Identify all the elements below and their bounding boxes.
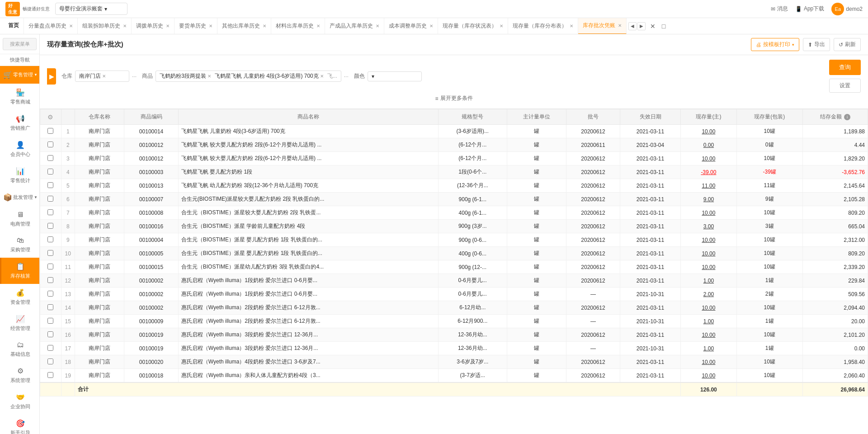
row-checkbox[interactable] [40, 328, 61, 342]
row-checkbox[interactable] [40, 301, 61, 315]
tab-other-out-close[interactable]: ✕ [263, 24, 266, 28]
row-checkbox[interactable] [40, 152, 61, 165]
th-settings[interactable]: ⚙ [40, 109, 61, 125]
tab-requisition-close[interactable]: ✕ [209, 24, 212, 28]
sidebar-item-ecommerce[interactable]: 🖥 电商管理 [0, 206, 39, 232]
row-qty-main[interactable]: 10.00 [680, 206, 736, 220]
tab-material-out[interactable]: 材料出库单历史 ✕ [271, 18, 325, 34]
row-qty-main[interactable]: 10.00 [680, 301, 736, 315]
nav-maximize-btn[interactable]: □ [658, 21, 669, 32]
row-qty-main[interactable]: 0.00 [680, 138, 736, 152]
tab-product-in-close[interactable]: ✕ [376, 24, 379, 28]
row-qty-main[interactable]: -39.00 [680, 165, 736, 179]
warehouse-selector[interactable]: 母婴行业演示账套 ▾ [55, 3, 127, 15]
export-btn[interactable]: ⬆ 导出 [803, 38, 830, 51]
row-qty-main[interactable]: 1.00 [680, 274, 736, 288]
sidebar-item-marketing[interactable]: 📢 营销推广 [0, 110, 39, 136]
tab-transfer[interactable]: 调拨单历史 ✕ [132, 18, 175, 34]
row-qty-main[interactable]: 10.00 [680, 260, 736, 274]
color-filter-select[interactable]: ▾ [368, 71, 422, 81]
sidebar-item-business[interactable]: 📈 经营管理 [0, 310, 39, 336]
row-qty-main[interactable]: 10.00 [680, 125, 736, 138]
row-checkbox[interactable] [40, 288, 61, 301]
row-select-checkbox[interactable] [47, 372, 53, 378]
print-btn[interactable]: 🖨 按模板打印 ▾ [751, 38, 799, 51]
row-qty-main[interactable]: 1.00 [680, 342, 736, 355]
filter-expand-orange-btn[interactable]: ▶ [47, 68, 56, 85]
row-checkbox[interactable] [40, 260, 61, 274]
product-tag-1-remove[interactable]: ✕ [208, 74, 211, 79]
tab-other-out[interactable]: 其他出库单历史 ✕ [217, 18, 271, 34]
balance-info-icon[interactable]: i [844, 114, 850, 120]
tab-batch-voucher[interactable]: 库存批次凭账 ✕ [578, 18, 627, 34]
product-filter-more[interactable]: ··· [344, 73, 349, 80]
row-qty-main[interactable]: 10.00 [680, 233, 736, 247]
sidebar-item-retail-stats[interactable]: 📊 零售统计 [0, 162, 39, 189]
row-select-checkbox[interactable] [47, 291, 53, 297]
row-select-checkbox[interactable] [47, 155, 53, 161]
row-select-checkbox[interactable] [47, 359, 53, 364]
row-qty-main[interactable]: 10.00 [680, 369, 736, 383]
row-qty-main[interactable]: 10.00 [680, 328, 736, 342]
row-qty-main[interactable]: 9.00 [680, 193, 736, 206]
row-qty-main[interactable]: 1.00 [680, 315, 736, 328]
nav-close-all-btn[interactable]: ✕ [647, 21, 658, 32]
row-checkbox[interactable] [40, 355, 61, 369]
row-select-checkbox[interactable] [47, 304, 53, 310]
row-select-checkbox[interactable] [47, 277, 53, 283]
row-select-checkbox[interactable] [47, 331, 53, 337]
tab-inventory-dist-close[interactable]: ✕ [570, 24, 573, 28]
tab-disassembly[interactable]: 组装拆卸单历史 ✕ [78, 18, 132, 34]
product-tag-2-remove[interactable]: ✕ [320, 74, 324, 79]
tab-home[interactable]: 首页 [4, 18, 24, 34]
set-btn[interactable]: 设置 [829, 79, 861, 93]
sidebar-item-finance[interactable]: 💰 资金管理 [0, 284, 39, 310]
sidebar-item-member-center[interactable]: 👤 会员中心 [0, 136, 39, 162]
row-qty-main[interactable]: 2.00 [680, 288, 736, 301]
tab-split-inventory-close[interactable]: ✕ [69, 24, 73, 28]
row-checkbox[interactable] [40, 138, 61, 152]
tab-cost-adjust[interactable]: 成本调整单历史 ✕ [384, 18, 438, 34]
row-select-checkbox[interactable] [47, 169, 53, 175]
expand-more-btn[interactable]: ≡ 展开更多条件 [435, 94, 472, 102]
tab-inventory-dist[interactable]: 现存量（库存分布表） ✕ [508, 18, 578, 34]
quick-nav-btn[interactable]: 快捷导航 [0, 54, 39, 66]
sidebar-item-wholesale-mgmt[interactable]: 📦 批发管理 ▼ [0, 189, 39, 206]
row-select-checkbox[interactable] [47, 182, 53, 188]
tab-split-inventory[interactable]: 分量盘点单历史 ✕ [24, 18, 78, 34]
row-select-checkbox[interactable] [47, 128, 53, 134]
tab-cost-adjust-close[interactable]: ✕ [429, 24, 433, 28]
row-qty-main[interactable]: 3.00 [680, 220, 736, 233]
row-qty-main[interactable]: 11.00 [680, 179, 736, 193]
refresh-btn[interactable]: ↺ 刷新 [834, 38, 861, 51]
row-select-checkbox[interactable] [47, 209, 53, 215]
row-checkbox[interactable] [40, 342, 61, 355]
row-checkbox[interactable] [40, 274, 61, 288]
sidebar-item-enterprise[interactable]: 🤝 企业协同 [0, 388, 39, 415]
app-download-btn[interactable]: 📱 App下载 [795, 5, 824, 13]
row-qty-main[interactable]: 10.00 [680, 152, 736, 165]
row-qty-main[interactable]: 10.00 [680, 355, 736, 369]
sidebar-item-new-guide[interactable]: 🎯 新手引导 [0, 415, 39, 434]
row-checkbox[interactable] [40, 369, 61, 383]
row-checkbox[interactable] [40, 206, 61, 220]
sidebar-item-sys-mgmt[interactable]: ⚙ 系统管理 [0, 362, 39, 388]
tab-product-in[interactable]: 产成品入库单历史 ✕ [325, 18, 384, 34]
row-select-checkbox[interactable] [47, 236, 53, 242]
row-checkbox[interactable] [40, 179, 61, 193]
row-select-checkbox[interactable] [47, 142, 53, 147]
row-select-checkbox[interactable] [47, 223, 53, 229]
sidebar-item-retail-mgmt[interactable]: 🛒 零售管理 ▼ [0, 66, 39, 84]
nav-prev-btn[interactable]: ◀ [628, 22, 637, 30]
query-btn[interactable]: 查询 [829, 60, 861, 75]
sidebar-item-inventory[interactable]: 📋 库存核算 [0, 258, 39, 284]
search-menu-btn[interactable]: 搜索菜单 [3, 38, 37, 50]
product-tag-container[interactable]: 飞鹤奶粉3段两提装 ✕ 飞鹤星飞帆 儿童奶粉 4段(3-6岁适用) 700克 ✕… [156, 71, 341, 82]
tab-inventory-status[interactable]: 现存量（库存状况表） ✕ [438, 18, 508, 34]
row-select-checkbox[interactable] [47, 196, 53, 202]
tab-requisition[interactable]: 要货单历史 ✕ [175, 18, 217, 34]
tab-batch-voucher-close[interactable]: ✕ [618, 23, 622, 28]
sidebar-item-purchase-mgmt[interactable]: 🛍 采购管理 [0, 232, 39, 258]
warehouse-tag-container[interactable]: 南岸门店 ✕ [75, 71, 129, 82]
sidebar-item-retail-shop[interactable]: 🏪 零售商城 [0, 84, 39, 110]
